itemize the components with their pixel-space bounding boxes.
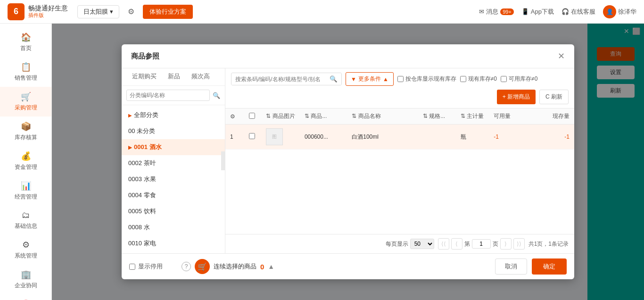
sidebar-item-home[interactable]: 🏠 首页 [0,27,51,57]
experience-button[interactable]: 体验行业方案 [143,5,193,19]
cat-label-0005: 0005 饮料 [128,207,156,216]
settings-icon: ⚙ [230,113,235,120]
table-row[interactable]: 1 图 000600... 白酒100ml [225,125,574,150]
checkbox-warehouse-input[interactable] [397,76,404,82]
sidebar-item-basic[interactable]: 🗂 基础信息 [0,206,51,235]
sidebar-label-finance: 资金管理 [15,163,37,171]
tab-new[interactable]: 新品 [162,68,186,85]
finance-icon: 💰 [21,151,31,161]
sidebar-item-finance[interactable]: 💰 资金管理 [0,146,51,176]
dropdown-icon: ▾ [110,8,113,15]
sidebar-item-purchase[interactable]: 🛒 采购管理 [0,87,51,117]
cat-arrow-0001: ▶ [128,145,132,150]
last-page-button[interactable]: ⟩⟩ [513,238,525,250]
filter-button[interactable]: ▼ 更多条件 ▲ [346,72,394,86]
online-service-item[interactable]: 🎧 在线客服 [561,8,595,16]
show-disabled-checkbox[interactable] [129,264,135,270]
cell-unit: 瓶 [456,125,489,150]
th-available: 可用量 [489,108,536,125]
checkbox-warehouse[interactable]: 按仓库显示现有库存 [397,75,456,83]
tab-recent[interactable]: 近期购买 [126,68,162,85]
cancel-button[interactable]: 取消 [495,258,527,275]
category-search-icon[interactable]: 🔍 [213,92,220,99]
checkbox-stock-nonzero-input[interactable] [460,76,466,82]
cat-item-0008[interactable]: 0008 水 [122,219,225,235]
logo-name: 畅捷通好生意 [28,4,68,12]
add-product-button[interactable]: + 新增商品 [497,90,536,104]
message-item[interactable]: ✉ 消息 99+ [479,8,514,16]
user-item[interactable]: 👤 徐泽华 [603,5,636,18]
page-number-input[interactable] [472,239,491,249]
sidebar-item-operation[interactable]: 📊 经营管理 [0,176,51,206]
operation-icon: 📊 [21,181,31,191]
show-disabled-label[interactable]: 显示停用 [129,262,163,271]
cat-item-0010[interactable]: 0010 家电 [122,235,225,251]
sort-name-icon: ⇅ [352,113,356,119]
cat-item-0001[interactable]: ▶ 0001 酒水 [122,139,225,155]
product-search-input[interactable] [231,74,326,85]
cat-item-0005[interactable]: 0005 饮料 [122,203,225,219]
table-header-row: ⚙ ⇅ 商品图片 [225,108,574,125]
row-checkbox[interactable] [249,133,255,139]
sidebar-item-enterprise[interactable]: 🏢 企业协同 [0,265,51,294]
th-code: ⇅ 商品... [300,108,347,125]
product-search-box: 🔍 [231,73,342,85]
product-panel: 🔍 ▼ 更多条件 ▲ 按仓库显示现有库存 [225,68,574,253]
show-disabled-text: 显示停用 [138,262,163,271]
sidebar-item-sales[interactable]: 📋 销售管理 [0,57,51,87]
category-search-area: 🔍 [122,86,225,105]
cell-spec [418,125,456,150]
cat-item-0003[interactable]: 0003 水果 [122,171,225,187]
message-icon: ✉ [479,8,484,15]
cat-label-00: 00 未分类 [128,127,155,135]
th-checkbox [244,108,261,125]
help-icon[interactable]: ? [182,262,191,271]
cell-available: -1 [489,125,536,150]
system-icon: ⚙ [22,240,30,250]
th-image: ⇅ 商品图片 [261,108,300,125]
th-unit: ⇅ 主计量 [456,108,489,125]
next-page-button[interactable]: ⟩ [500,238,512,250]
select-all-checkbox[interactable] [249,113,255,119]
collapse-button[interactable]: ▲ [268,263,274,270]
app-download-item[interactable]: 📱 App下载 [521,8,554,16]
sidebar-label-operation: 经营管理 [15,193,37,201]
sidebar-label-system: 系统管理 [15,252,37,260]
checkbox-warehouse-label: 按仓库显示现有库存 [405,75,456,83]
checkbox-available-nonzero[interactable]: 可用库存≠0 [501,75,537,83]
sidebar-item-system[interactable]: ⚙ 系统管理 [0,235,51,265]
tab-frequent[interactable]: 频次高 [186,68,215,85]
confirm-button[interactable]: 确定 [532,258,567,275]
refresh-button[interactable]: C 刷新 [539,90,569,104]
per-page-select[interactable]: 50 10 20 100 [410,239,434,249]
th-settings[interactable]: ⚙ [225,108,244,125]
sidebar-item-guide[interactable]: 🎯 新手引导 [0,294,51,300]
product-reference-modal: 商品参照 ✕ 近期购买 新品 频次高 [122,44,574,279]
cat-label-0002: 0002 茶叶 [128,159,156,167]
cat-item-0004[interactable]: 0004 零食 [122,187,225,203]
checkbox-stock-nonzero[interactable]: 现有库存≠0 [460,75,497,83]
settings-icon[interactable]: ⚙ [124,5,138,19]
cart-button[interactable]: 🛒 [195,259,210,274]
first-page-button[interactable]: ⟨⟨ [438,238,449,250]
sort-spec-icon: ⇅ [423,113,428,119]
cat-item-0002[interactable]: 0002 茶叶 [122,155,225,171]
sidebar-item-inventory[interactable]: 📦 库存核算 [0,117,51,146]
panel-collapse-button[interactable]: 《 [221,151,225,170]
cat-item-all[interactable]: ▶ 全部分类 [122,107,225,123]
content-area: ✕ ⬜ 查询 设置 刷新 商品参照 ✕ [52,24,644,300]
product-search-button[interactable]: 🔍 [326,73,341,85]
store-selector[interactable]: 日太阳膜 ▾ [77,5,119,18]
modal-close-button[interactable]: ✕ [558,51,565,61]
checkbox-available-nonzero-input[interactable] [501,76,507,82]
cat-arrow-all: ▶ [128,113,132,118]
cat-item-00[interactable]: 00 未分类 [122,123,225,139]
prev-page-button[interactable]: ⟨ [451,238,462,250]
logo-icon: 6 [8,3,25,20]
category-search-input[interactable] [126,90,210,101]
product-table-container: ⚙ ⇅ 商品图片 [225,108,574,234]
cat-label-0004: 0004 零食 [128,191,156,200]
page-navigation: ⟨⟨ ⟨ 第 页 ⟩ ⟩⟩ [438,238,525,250]
top-navigation: 6 畅捷通好生意 插件版 日太阳膜 ▾ ⚙ 体验行业方案 ✉ 消息 99+ 📱 … [0,0,644,24]
modal-title: 商品参照 [131,52,159,61]
